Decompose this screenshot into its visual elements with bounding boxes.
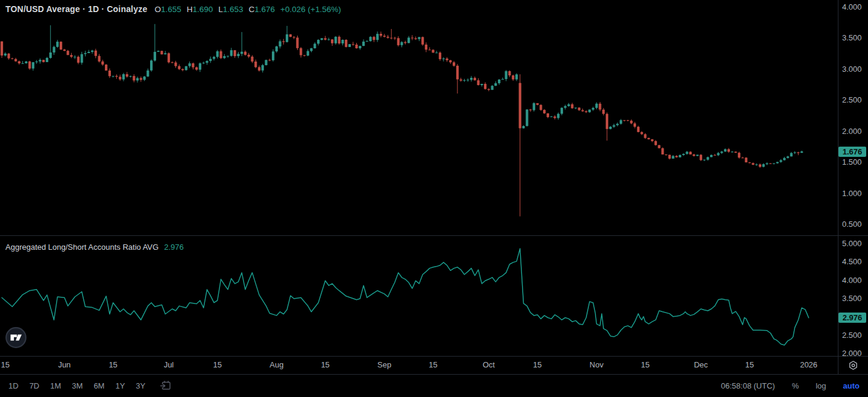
ratio-axis-tick: 4.500 (842, 258, 862, 266)
open-value: 1.655 (161, 5, 181, 14)
price-axis-tick: 3.500 (842, 34, 862, 42)
chart-app: TON/USD Average · 1D · Coinalyze O1.655 … (0, 0, 868, 397)
timeframe-3m[interactable]: 3M (67, 380, 87, 392)
axis-controls: 06:58:08 (UTC) % log auto (721, 381, 860, 390)
close-label: C (249, 5, 255, 14)
time-axis-tick: 15 (641, 360, 649, 369)
time-axis-tick: Sep (377, 360, 391, 369)
time-axis-tick: Jun (58, 360, 71, 369)
go-to-date-button[interactable] (160, 380, 172, 392)
symbol-legend[interactable]: TON/USD Average · 1D · Coinalyze O1.655 … (5, 4, 341, 14)
time-axis-tick: 15 (321, 360, 329, 369)
time-axis[interactable]: 15Jun15Jul15Aug15Sep15Oct15Nov15Dec15202… (0, 356, 838, 374)
price-axis-tick: 4.000 (842, 3, 862, 11)
gear-icon (848, 360, 859, 371)
ratio-axis-tick: 4.000 (842, 276, 862, 285)
ratio-axis-tick: 5.000 (842, 240, 862, 248)
timeframe-1d[interactable]: 1D (4, 380, 24, 392)
price-axis-tick: 2.000 (842, 127, 862, 136)
chart-canvas[interactable] (0, 0, 838, 374)
price-axis-tick: 2.500 (842, 96, 862, 104)
timeframe-7d[interactable]: 7D (25, 380, 45, 392)
price-axis[interactable]: 2.0002.5003.0003.5004.0004.5005.0000.500… (838, 0, 868, 374)
low-value: 1.653 (223, 5, 244, 14)
timeframe-3y[interactable]: 3Y (131, 380, 150, 392)
tradingview-logo[interactable] (5, 326, 27, 349)
clock-utc[interactable]: 06:58:08 (UTC) (721, 381, 775, 390)
time-axis-tick: 15 (745, 360, 753, 369)
log-scale-toggle[interactable]: log (816, 381, 826, 390)
ratio-value-badge: 2.976 (838, 313, 866, 323)
axis-settings-button[interactable] (838, 356, 868, 374)
indicator-title[interactable]: Aggregated Long/Short Accounts Ratio AVG (5, 243, 159, 252)
time-axis-tick: 15 (108, 360, 117, 369)
price-axis-tick: 3.000 (842, 65, 862, 74)
last-price-badge: 1.676 (838, 147, 866, 157)
time-axis-tick: Oct (483, 360, 495, 369)
calendar-arrow-icon (160, 380, 172, 392)
time-axis-tick: Dec (694, 360, 708, 369)
time-axis-tick: 15 (213, 360, 222, 369)
time-axis-tick: Jul (164, 360, 174, 369)
time-axis-tick: Aug (269, 360, 283, 369)
price-axis-tick: 1.500 (842, 158, 862, 167)
change-value: +0.026 (+1.56%) (280, 5, 341, 14)
symbol-title[interactable]: TON/USD Average · 1D · Coinalyze (5, 4, 147, 14)
auto-scale-toggle[interactable]: auto (843, 381, 860, 390)
ohlc-readout: O1.655 H1.690 L1.653 C1.676 +0.026 (+1.5… (154, 5, 341, 14)
timeframe-6m[interactable]: 6M (89, 380, 109, 392)
price-axis-tick: 1.000 (842, 189, 862, 198)
pane-separator[interactable] (0, 235, 868, 236)
bottom-toolbar: 1D 7D 1M 3M 6M 1Y 3Y 06:58:08 (UTC) % (0, 374, 868, 397)
ratio-axis-tick: 2.500 (842, 331, 862, 340)
price-axis-tick: 0.500 (842, 220, 862, 229)
tradingview-icon (5, 326, 27, 349)
timeframe-1y[interactable]: 1Y (110, 380, 130, 392)
indicator-value: 2.976 (164, 243, 184, 252)
timeframe-group: 1D 7D 1M 3M 6M 1Y 3Y (4, 380, 172, 392)
time-axis-tick: 15 (533, 360, 541, 369)
ratio-axis-tick: 3.500 (842, 294, 862, 303)
close-value: 1.676 (254, 5, 275, 14)
time-axis-tick: 15 (1, 360, 10, 369)
timeframe-1m[interactable]: 1M (45, 380, 66, 392)
high-value: 1.690 (192, 5, 213, 14)
time-axis-tick: 2026 (800, 360, 817, 369)
high-label: H (187, 5, 193, 14)
open-label: O (154, 5, 161, 14)
percent-scale-toggle[interactable]: % (792, 381, 799, 390)
time-axis-tick: Nov (590, 360, 603, 369)
ratio-line-series (2, 249, 809, 345)
indicator-legend[interactable]: Aggregated Long/Short Accounts Ratio AVG… (5, 241, 184, 252)
candlestick-series (1, 24, 803, 217)
time-axis-tick: 15 (429, 360, 437, 369)
low-label: L (218, 5, 223, 14)
